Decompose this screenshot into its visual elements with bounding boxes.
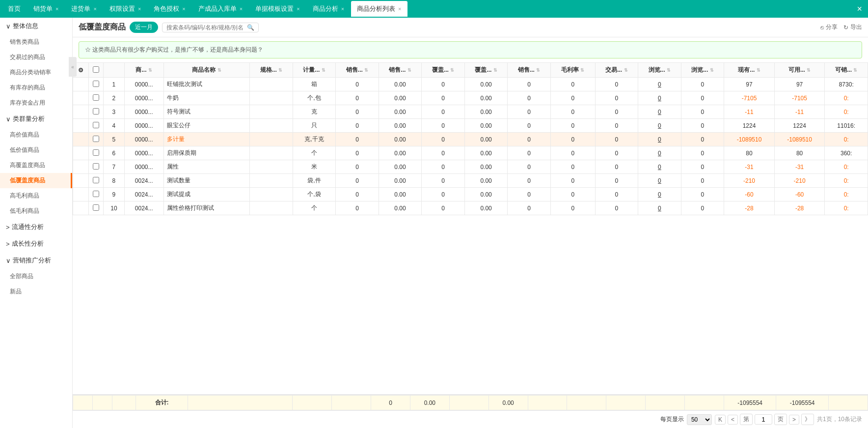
col-code[interactable]: 商... ⇅ — [124, 63, 163, 78]
nav-tab-analysis-list[interactable]: 商品分析列表 × — [351, 1, 407, 17]
nav-tab-analysis[interactable]: 商品分析 × — [307, 1, 350, 17]
nav-tab-roles[interactable]: 角色授权 × — [148, 1, 191, 17]
row-name[interactable]: 牛奶 — [163, 91, 250, 105]
sidebar-item-sales-goods[interactable]: 销售类商品 — [0, 34, 72, 50]
row-browse1[interactable]: 0 — [638, 133, 681, 146]
sidebar-item-goods-turnover[interactable]: 商品分类动销率 — [0, 65, 72, 80]
row-browse1[interactable]: 0 — [638, 174, 681, 188]
page-input[interactable] — [755, 414, 772, 425]
nav-tab-analysis-close[interactable]: × — [341, 6, 344, 12]
row-name[interactable]: 眼宝公仔 — [163, 119, 250, 133]
col-coverage2[interactable]: 覆盖... ⇅ — [464, 63, 508, 78]
col-unit[interactable]: 计量... ⇅ — [293, 63, 336, 78]
col-sales-amt[interactable]: 销售... ⇅ — [379, 63, 422, 78]
sidebar-item-high-profit[interactable]: 高毛利商品 — [0, 188, 72, 203]
row-browse1[interactable]: 0 — [638, 188, 681, 201]
row-name[interactable]: 属性 — [163, 160, 250, 174]
row-select-checkbox[interactable] — [93, 81, 99, 87]
row-name[interactable]: 测试提成 — [163, 188, 250, 201]
table-wrapper[interactable]: ⚙ 商... ⇅ 商品名称 ⇅ 规格... ⇅ 计量... ⇅ 销售... ⇅ … — [73, 62, 868, 394]
row-select-checkbox[interactable] — [93, 204, 99, 211]
row-browse1[interactable]: 0 — [638, 160, 681, 174]
row-select-checkbox[interactable] — [93, 177, 99, 183]
row-select-checkbox[interactable] — [93, 163, 99, 170]
row-select-checkbox[interactable] — [93, 94, 99, 101]
page-next-btn[interactable]: > — [789, 415, 799, 425]
row-name[interactable]: 属性价格打印测试 — [163, 201, 250, 215]
col-browse1[interactable]: 浏览... ⇅ — [638, 63, 681, 78]
nav-tab-templates[interactable]: 单据模板设置 × — [249, 1, 305, 17]
col-gross-rate[interactable]: 毛利率 ⇅ — [550, 63, 595, 78]
col-transaction[interactable]: 交易... ⇅ — [595, 63, 638, 78]
col-current[interactable]: 现有... ⇅ — [724, 63, 775, 78]
nav-tab-home[interactable]: 首页 — [2, 1, 27, 17]
row-browse1[interactable]: 0 — [638, 78, 681, 91]
nav-close-all[interactable]: × — [853, 4, 866, 14]
nav-tab-roles-close[interactable]: × — [182, 6, 185, 12]
col-coverage1[interactable]: 覆盖... ⇅ — [422, 63, 465, 78]
row-select-checkbox[interactable] — [93, 136, 99, 142]
row-code: 0024... — [124, 188, 163, 201]
col-browse2[interactable]: 浏览... ⇅ — [681, 63, 724, 78]
sidebar-item-traded-goods[interactable]: 交易过的商品 — [0, 50, 72, 65]
filter-btn-recent-month[interactable]: 近一月 — [130, 22, 158, 33]
sidebar-section-marketing[interactable]: ∨ 营销推广分析 — [0, 252, 72, 269]
share-button[interactable]: ⎋ 分享 — [820, 23, 838, 31]
row-num: 9 — [104, 188, 124, 201]
col-available[interactable]: 可用... ⇅ — [774, 63, 825, 78]
page-prev-btn[interactable]: < — [728, 415, 738, 425]
nav-tab-sales[interactable]: 销货单 × — [27, 1, 64, 17]
row-name[interactable]: 测试数量 — [163, 174, 250, 188]
row-select-checkbox[interactable] — [93, 122, 99, 128]
nav-tab-sales-close[interactable]: × — [55, 6, 58, 12]
sidebar-item-high-coverage[interactable]: 高覆盖度商品 — [0, 158, 72, 173]
export-button[interactable]: ↻ 导出 — [843, 23, 862, 31]
row-browse1[interactable]: 0 — [638, 119, 681, 133]
nav-tab-permissions[interactable]: 权限设置 × — [104, 1, 147, 17]
nav-tab-analysis-list-close[interactable]: × — [398, 6, 401, 12]
col-sellable[interactable]: 可销... ⇅ — [825, 63, 868, 78]
total-cov2: 0.00 — [488, 396, 528, 410]
search-input[interactable] — [166, 24, 245, 31]
col-sales2[interactable]: 销售... ⇅ — [508, 63, 551, 78]
page-last-btn[interactable]: 》 — [801, 414, 814, 425]
row-browse1[interactable]: 0 — [638, 105, 681, 119]
nav-tab-products[interactable]: 产成品入库单 × — [192, 1, 248, 17]
col-sales-qty[interactable]: 销售... ⇅ — [336, 63, 379, 78]
sidebar-collapse-button[interactable]: « — [69, 57, 77, 77]
col-spec[interactable]: 规格... ⇅ — [250, 63, 293, 78]
row-browse1[interactable]: 0 — [638, 146, 681, 160]
row-name[interactable]: 旺铺批次测试 — [163, 78, 250, 91]
nav-tab-purchase[interactable]: 进货单 × — [65, 1, 102, 17]
sidebar-item-stock-capital[interactable]: 库存资金占用 — [0, 95, 72, 111]
sidebar-item-high-value[interactable]: 高价值商品 — [0, 127, 72, 143]
sidebar-item-new-goods[interactable]: 新品 — [0, 284, 72, 299]
row-name[interactable]: 启用保质期 — [163, 146, 250, 160]
select-all-checkbox[interactable] — [93, 66, 99, 73]
sidebar-item-low-coverage[interactable]: 低覆盖度商品 — [0, 173, 72, 188]
row-checkbox — [89, 146, 104, 160]
sidebar-section-flow[interactable]: > 流通性分析 — [0, 219, 72, 235]
row-name[interactable]: 多计量 — [163, 133, 250, 146]
row-select-checkbox[interactable] — [93, 149, 99, 156]
row-select-checkbox[interactable] — [93, 191, 99, 197]
col-name[interactable]: 商品名称 ⇅ — [163, 63, 250, 78]
sidebar-item-in-stock[interactable]: 有库存的商品 — [0, 80, 72, 95]
nav-tab-permissions-close[interactable]: × — [138, 6, 141, 12]
nav-tab-purchase-close[interactable]: × — [93, 6, 96, 12]
nav-tab-templates-close[interactable]: × — [297, 6, 299, 12]
per-page-select[interactable]: 50 20 100 — [687, 414, 712, 425]
sidebar-section-category[interactable]: ∨ 类群量分析 — [0, 111, 72, 127]
row-unit: 只 — [293, 119, 336, 133]
sidebar-item-all-goods[interactable]: 全部商品 — [0, 269, 72, 284]
sidebar-section-growth[interactable]: > 成长性分析 — [0, 235, 72, 252]
row-name[interactable]: 符号测试 — [163, 105, 250, 119]
row-select-checkbox[interactable] — [93, 108, 99, 114]
row-browse1[interactable]: 0 — [638, 91, 681, 105]
sidebar-section-overview[interactable]: ∨ 整体信息 — [0, 18, 72, 34]
sidebar-item-low-profit[interactable]: 低毛利商品 — [0, 203, 72, 219]
nav-tab-products-close[interactable]: × — [240, 6, 243, 12]
sidebar-item-low-value[interactable]: 低价值商品 — [0, 143, 72, 158]
page-first-btn[interactable]: K — [715, 415, 726, 425]
row-browse1[interactable]: 0 — [638, 201, 681, 215]
